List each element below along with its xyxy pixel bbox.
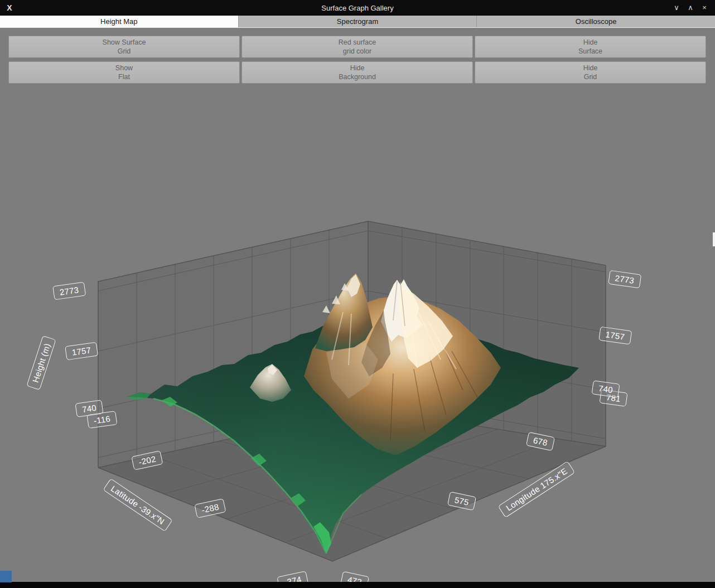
button-label-line: Hide — [583, 38, 598, 47]
taskbar-fragment-blue[interactable] — [0, 571, 12, 582]
button-label-line: Red surface — [339, 38, 376, 47]
screen-bottom-strip — [0, 582, 715, 588]
button-label-line: Hide — [350, 64, 365, 72]
minimize-button[interactable]: ∨ — [670, 2, 683, 13]
title-bar: X Surface Graph Gallery ∨ ∧ × — [0, 0, 715, 16]
button-label-line: Grid — [118, 47, 131, 56]
button-label-line: grid color — [343, 47, 371, 56]
maximize-button[interactable]: ∧ — [684, 2, 697, 13]
tab-oscilloscope[interactable]: Oscilloscope — [477, 16, 715, 27]
surface-controls-toolbar: Show Surface Grid Red surface grid color… — [0, 28, 715, 84]
hide-surface-button[interactable]: Hide Surface — [475, 36, 706, 58]
red-surface-grid-color-button[interactable]: Red surface grid color — [241, 36, 473, 58]
tab-spectrogram[interactable]: Spectrogram — [239, 16, 477, 27]
button-label-line: Grid — [584, 72, 597, 81]
app-window: X Surface Graph Gallery ∨ ∧ × Height Map… — [0, 0, 715, 588]
close-button[interactable]: × — [698, 2, 711, 13]
tab-height-map[interactable]: Height Map — [0, 16, 239, 27]
x11-logo-icon: X — [5, 3, 14, 12]
button-label-line: Show — [115, 64, 133, 72]
window-controls: ∨ ∧ × — [670, 2, 711, 13]
desktop-artifact — [713, 232, 715, 246]
window-title: Surface Graph Gallery — [0, 4, 715, 12]
button-label-line: Surface — [578, 47, 602, 56]
button-label-line: Background — [339, 72, 376, 81]
hide-grid-button[interactable]: Hide Grid — [475, 61, 706, 84]
button-label-line: Show Surface — [103, 38, 146, 47]
button-label-line: Hide — [583, 64, 598, 72]
hide-background-button[interactable]: Hide Background — [241, 61, 473, 84]
button-label-line: Flat — [118, 72, 130, 81]
surface-3d-plot-canvas[interactable] — [0, 0, 715, 588]
tab-bar: Height Map Spectrogram Oscilloscope — [0, 16, 715, 28]
show-surface-grid-button[interactable]: Show Surface Grid — [8, 36, 240, 58]
show-flat-button[interactable]: Show Flat — [8, 61, 240, 84]
